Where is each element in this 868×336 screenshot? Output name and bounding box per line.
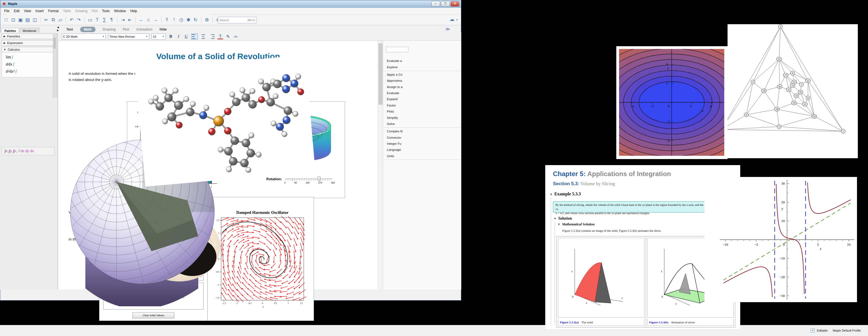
graph-node-7[interactable]: 7	[800, 82, 804, 87]
graph-node-16[interactable]: 16	[798, 90, 803, 94]
menu-tools[interactable]: Tools	[100, 8, 112, 14]
context-item-integer-fu[interactable]: Integer Fu	[383, 141, 461, 147]
italic-button[interactable]: I	[176, 34, 181, 39]
insert-text-icon[interactable]: T	[94, 16, 100, 23]
menu-help[interactable]: Help	[128, 8, 140, 14]
context-item-units[interactable]: Units	[383, 153, 461, 159]
insert-math-icon[interactable]: ∑	[101, 16, 108, 23]
insert-region-icon[interactable]: ▭	[87, 16, 93, 23]
context-tab-math[interactable]: Math	[80, 27, 96, 32]
palette-group-calculus[interactable]: ▼Calculus	[2, 47, 56, 52]
graph-node-13[interactable]: 13	[794, 94, 799, 98]
context-panel-search[interactable]	[386, 47, 408, 52]
context-item-factor[interactable]: Factor	[383, 102, 461, 108]
menu-edit[interactable]: Edit	[11, 8, 22, 14]
graph-node-10[interactable]: 10	[762, 89, 766, 93]
align-right-button[interactable]	[209, 34, 215, 40]
context-item-conversio[interactable]: Conversio	[383, 135, 461, 141]
context-item-language[interactable]: Language	[383, 147, 461, 153]
menu-view[interactable]: View	[22, 8, 33, 14]
to-field[interactable]: 1.5	[186, 261, 202, 267]
text-color-button[interactable]: T	[218, 34, 223, 39]
context-item-plots[interactable]: Plots	[383, 108, 461, 114]
insert-section-icon[interactable]: ¶	[108, 16, 115, 23]
graph-node-5[interactable]: 5	[777, 125, 781, 129]
graph-node-6[interactable]: 6	[806, 96, 810, 100]
document-scrollbar[interactable]	[378, 41, 383, 290]
home-icon[interactable]: ⌂	[145, 16, 152, 23]
graph-node-19[interactable]: 19	[792, 101, 797, 105]
update-system-button[interactable]: Update S...	[178, 230, 195, 236]
to-field[interactable]: 1.5	[186, 272, 202, 277]
print-icon[interactable]: ▤	[24, 16, 31, 23]
size-combo[interactable]: 12▼	[151, 34, 166, 40]
graph-node-22[interactable]: 22	[777, 57, 781, 61]
to-field[interactable]: 12	[186, 251, 202, 256]
graph-node-9[interactable]: 9	[744, 113, 748, 117]
example-section[interactable]: ▼Example 5.3.3	[550, 192, 581, 197]
rotation-slider[interactable]: 090180270360	[285, 176, 332, 184]
palette-integral-entry[interactable]: ∫x₁∫y₁∫z₁ f dz dy dx	[2, 147, 55, 155]
debug-icon[interactable]: ✱	[185, 16, 192, 23]
context-tab-plot[interactable]: Plot	[123, 28, 129, 31]
graph-node-1[interactable]: 1	[841, 129, 845, 133]
title-bar[interactable]: Maple ─ ❐ X	[0, 0, 461, 8]
underline-button[interactable]: U	[183, 34, 189, 39]
list-buttons[interactable]: ≔	[233, 34, 239, 39]
indent-icon[interactable]: ⇥	[120, 16, 126, 23]
execute-all-icon[interactable]: ‼	[163, 16, 170, 23]
from-field[interactable]: -1.5	[145, 261, 161, 267]
context-tab-drawing[interactable]: Drawing	[103, 28, 116, 31]
open-icon[interactable]: ⊡	[10, 16, 17, 23]
context-item-evaluate-a[interactable]: Evaluate a	[383, 58, 461, 64]
restore-button[interactable]: ❐	[441, 1, 450, 7]
menu-format[interactable]: Format	[46, 8, 61, 14]
graph-node-18[interactable]: 18	[774, 107, 779, 111]
context-tab-animation[interactable]: Animation	[136, 28, 153, 31]
context-item-simplify[interactable]: Simplify	[383, 114, 461, 121]
undo-icon[interactable]: ↶	[68, 16, 75, 23]
redo-icon[interactable]: ↷	[75, 16, 82, 23]
param-field-mu[interactable]: .5	[125, 293, 138, 298]
bold-button[interactable]: B	[168, 34, 174, 39]
context-tab-hide[interactable]: Hide	[159, 28, 166, 31]
save-icon[interactable]: ▣	[17, 16, 24, 23]
graph-node-11[interactable]: 11	[802, 102, 807, 106]
palette-calculus-entry[interactable]: lim f	[2, 53, 56, 60]
menu-file[interactable]: File	[2, 8, 11, 14]
graph-node-21[interactable]: 21	[805, 79, 810, 83]
align-left-button[interactable]	[191, 34, 198, 40]
context-item-approxima[interactable]: Approxima	[383, 77, 461, 83]
interrupt-icon[interactable]: ◷	[178, 16, 185, 23]
font-combo[interactable]: Times New Roman▼	[108, 34, 149, 40]
cut-icon[interactable]: ✂	[43, 16, 49, 23]
paste-icon[interactable]: ▱	[57, 16, 64, 23]
splitter-arrows[interactable]: ◀▶	[57, 26, 59, 32]
back-icon[interactable]: ←	[138, 16, 145, 23]
new-document-icon[interactable]: □	[3, 16, 9, 23]
cloud-caret-icon[interactable]: ▾	[456, 19, 458, 21]
context-item-explore[interactable]: Explore	[383, 64, 461, 70]
palette-scrollbar[interactable]	[53, 34, 57, 97]
print-preview-icon[interactable]: ◫	[31, 16, 38, 23]
align-center-button[interactable]	[200, 34, 207, 40]
search-input[interactable]: Search Alt+S	[218, 17, 256, 23]
context-item-evaluate[interactable]: Evaluate	[383, 90, 461, 96]
graph-node-20[interactable]: 20	[777, 85, 782, 89]
palette-group-expression[interactable]: ▶Expression	[2, 40, 56, 46]
clear-initial-values-button[interactable]: Clear Initial Values	[132, 312, 174, 318]
graph-node-4[interactable]: 4	[751, 80, 755, 84]
system-dropdown[interactable]: damped harmonic oscillator▼	[116, 211, 168, 216]
outdent-icon[interactable]: ⇤	[127, 16, 133, 23]
cloud-icon[interactable]: ☁	[450, 16, 454, 22]
close-button[interactable]: X	[451, 1, 459, 7]
palette-calculus-entry[interactable]: d⁄dx f	[2, 60, 56, 67]
style-combo[interactable]: C 2D Math▼	[62, 34, 106, 40]
graph-node-14[interactable]: 14	[790, 83, 795, 88]
context-item-assign-to-a[interactable]: Assign to a	[383, 84, 461, 90]
palette-group-favorites[interactable]: ▶Favorites	[2, 34, 56, 39]
graph-node-23[interactable]: 23	[812, 114, 817, 119]
graph-node-8[interactable]: 8	[790, 71, 795, 75]
menu-insert[interactable]: Insert	[33, 8, 46, 14]
graph-node-17[interactable]: 17	[783, 73, 788, 77]
